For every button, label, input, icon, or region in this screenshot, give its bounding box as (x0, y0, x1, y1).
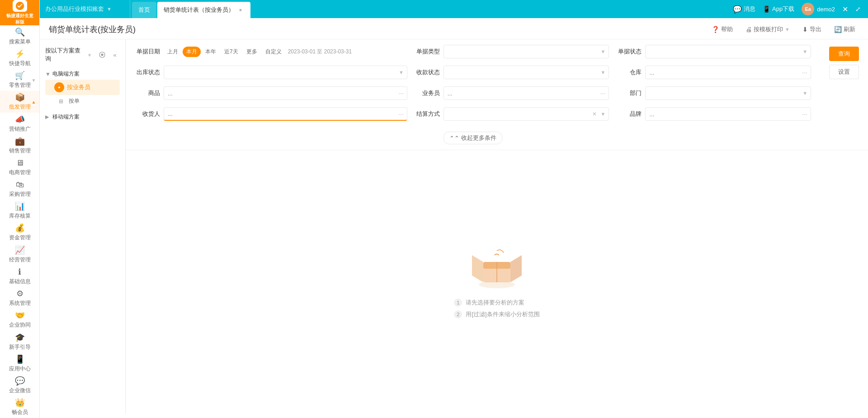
sidebar-item-quick-nav[interactable]: ⚡ 快捷导航 (0, 47, 40, 69)
sidebar-item-apps[interactable]: 📱 应用中心 (0, 352, 40, 374)
date-tab-custom[interactable]: 自定义 (262, 47, 285, 57)
sidebar-item-basic[interactable]: ℹ 基础信息 (0, 265, 40, 287)
user-profile[interactable]: Ea demo2 (802, 3, 835, 15)
left-panel-title: 按以下方案查询 (45, 47, 85, 63)
sales-icon: 💼 (15, 136, 25, 146)
sidebar-label-ecommerce: 电商管理 (9, 169, 31, 176)
warehouse-input[interactable] (645, 66, 811, 79)
brand-more-icon[interactable]: ··· (802, 110, 807, 118)
date-tabs: 上月 本月 本年 近7天 更多 自定义 (164, 47, 285, 57)
sidebar-item-purchase[interactable]: 🛍 采购管理 (0, 178, 40, 200)
help-label: 帮助 (721, 25, 733, 33)
breadcrumb-dropdown-icon[interactable]: ▼ (107, 6, 112, 12)
salesperson-input[interactable] (443, 86, 609, 100)
bill-type-label: 单据类型 (415, 48, 440, 56)
pc-scheme-arrow: ▼ (45, 71, 51, 77)
bill-type-dropdown[interactable] (443, 45, 609, 58)
mobile-scheme-group[interactable]: ▶ 移动端方案 (40, 111, 125, 123)
settings-button[interactable]: 设置 (829, 65, 859, 79)
receipt-status-dropdown[interactable] (443, 66, 609, 79)
out-status-dropdown[interactable] (164, 66, 407, 79)
filter-bill-type: 单据类型 ▼ (415, 45, 609, 58)
sidebar-item-marketing[interactable]: 📣 营销推广 (0, 113, 40, 134)
filter-brand: 品牌 ··· (616, 107, 811, 121)
sidebar-item-wechat[interactable]: 💬 企业微信 (0, 375, 40, 396)
goods-more-icon[interactable]: ··· (398, 90, 404, 97)
filter-section: 单据日期 上月 本月 本年 近7天 更多 自定义 (126, 39, 868, 150)
settlement-arrow-icon: ▼ (601, 111, 606, 117)
goods-input[interactable] (164, 86, 407, 100)
add-scheme-btn[interactable]: + (85, 50, 94, 60)
settlement-clear-icon[interactable]: ✕ (591, 110, 598, 118)
export-btn[interactable]: ⬇ 导出 (799, 24, 825, 35)
sidebar-item-member[interactable]: 👑 畅会员 (0, 396, 40, 418)
window-maximize-icon[interactable]: ⤢ (855, 5, 861, 13)
tab-home[interactable]: 首页 (132, 2, 156, 18)
date-tab-this-year[interactable]: 本年 (202, 47, 220, 57)
warehouse-more-icon[interactable]: ··· (802, 69, 807, 76)
sidebar-item-ecommerce[interactable]: 🖥 电商管理 (0, 157, 40, 178)
finance-icon: 💰 (15, 223, 25, 233)
bill-status-control: ▼ (645, 45, 811, 58)
sidebar-item-enterprise[interactable]: 🤝 企业协同 (0, 309, 40, 331)
collapse-panel-btn[interactable]: « (110, 50, 120, 60)
scheme-by-salesperson[interactable]: ● 按业务员 (45, 80, 120, 95)
sidebar-item-system[interactable]: ⚙ 系统管理 (0, 287, 40, 309)
sidebar-item-inventory[interactable]: 📊 库存核算 (0, 200, 40, 222)
sidebar-item-retail[interactable]: 🛒 零售管理 ▼ (0, 69, 40, 91)
tab-sales-report[interactable]: 销货单统计表（按业务员） × (157, 2, 250, 18)
filter-receiver: 收货人 ··· (135, 107, 407, 121)
app-download-btn[interactable]: 📱 App下载 (763, 5, 794, 13)
empty-text-1: 1 请先选择要分析的方案 (454, 299, 539, 307)
receiver-input[interactable] (164, 107, 407, 121)
sidebar-item-finance[interactable]: 💰 资金管理 (0, 222, 40, 243)
message-btn[interactable]: 💬 消息 (733, 5, 755, 14)
app-subtitle: 标版 (15, 19, 24, 25)
date-tab-more[interactable]: 更多 (243, 47, 261, 57)
filter-row-4: 收货人 ··· 结算方式 (135, 107, 811, 121)
settlement-dropdown[interactable] (443, 107, 609, 121)
empty-text-2: 2 用[过滤]条件来缩小分析范围 (454, 310, 539, 318)
window-close-icon[interactable]: ✕ (842, 5, 848, 14)
date-tab-7days[interactable]: 近7天 (221, 47, 242, 57)
empty-desc-1: 请先选择要分析的方案 (466, 299, 524, 307)
topbar: 办公用品行业模拟账套 ▼ 首页 销货单统计表（按业务员） × 💬 消息 📱 Ap… (40, 0, 868, 18)
sidebar-item-newbie[interactable]: 🎓 新手引导 (0, 331, 40, 352)
retail-arrow-icon: ▼ (32, 77, 36, 82)
date-tab-this-month[interactable]: 本月 (183, 47, 201, 57)
department-dropdown[interactable] (645, 86, 811, 100)
brand-control: ··· (645, 107, 811, 121)
sidebar-label-operations: 经营管理 (9, 256, 31, 264)
sidebar-label-newbie: 新手引导 (9, 343, 31, 351)
date-tab-last-month[interactable]: 上月 (164, 47, 182, 57)
empty-num-2: 2 (454, 310, 462, 318)
app-logo: 畅捷通好生意 标版 (0, 0, 40, 25)
sidebar-item-sales[interactable]: 💼 销售管理 (0, 134, 40, 156)
sidebar-item-operations[interactable]: 📈 经营管理 (0, 243, 40, 265)
query-button[interactable]: 查询 (829, 47, 859, 61)
svg-marker-7 (472, 255, 483, 282)
sidebar-item-search-menu[interactable]: 🔍 搜索菜单 (0, 25, 40, 47)
pc-scheme-title[interactable]: ▼ 电脑端方案 (45, 68, 120, 80)
bill-status-dropdown[interactable] (645, 45, 811, 58)
filter-bill-status: 单据状态 ▼ (616, 45, 811, 58)
inventory-icon: 📊 (15, 201, 25, 211)
sidebar-label-sales: 销售管理 (9, 147, 31, 155)
brand-input[interactable] (645, 107, 811, 121)
goods-label: 商品 (135, 89, 160, 97)
scheme-by-order[interactable]: ⊞ 按单 (45, 95, 120, 107)
page-title: 销货单统计表(按业务员) (49, 24, 136, 35)
print-btn[interactable]: 🖨 按模板打印 ▼ (742, 24, 793, 35)
basic-icon: ℹ (18, 267, 21, 277)
sidebar-item-wholesale[interactable]: 📦 批发管理 ▲ (0, 91, 40, 113)
right-buttons: 查询 设置 (820, 39, 868, 150)
tab-close-icon[interactable]: × (237, 6, 244, 14)
refresh-btn[interactable]: 🔄 刷新 (830, 24, 859, 35)
receiver-more-icon[interactable]: ··· (398, 110, 404, 118)
salesperson-more-icon[interactable]: ··· (600, 90, 606, 97)
help-btn[interactable]: ❓ 帮助 (708, 24, 736, 35)
empty-state: 1 请先选择要分析的方案 2 用[过滤]条件来缩小分析范围 (454, 219, 539, 346)
wechat-icon: 💬 (15, 376, 25, 386)
edit-scheme-btn[interactable] (97, 50, 107, 60)
collapse-btn[interactable]: ⌃⌃ 收起更多条件 (443, 132, 502, 144)
